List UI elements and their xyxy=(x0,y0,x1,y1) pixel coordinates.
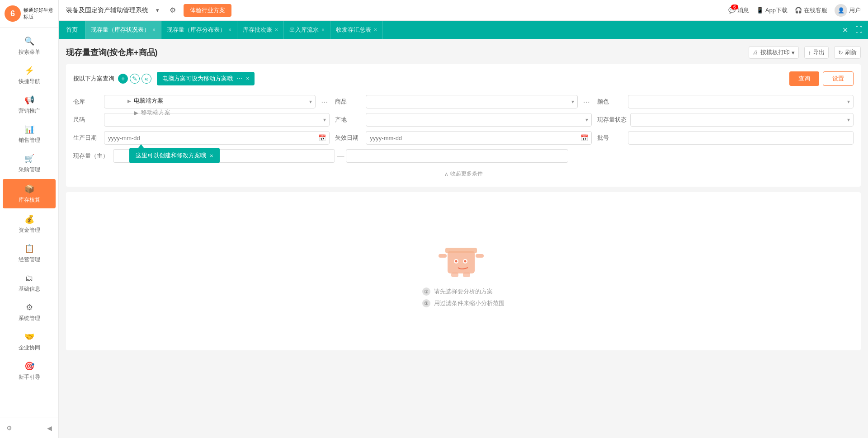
refresh-btn[interactable]: ↻ 刷新 xyxy=(834,46,861,59)
sidebar-item-purchase[interactable]: 🛒 采购管理 xyxy=(0,149,58,178)
size-label: 尺码 xyxy=(73,116,100,124)
sidebar-item-marketing[interactable]: 📢 营销推广 xyxy=(0,90,58,119)
goods-filter: 商品 ··· xyxy=(335,95,591,108)
purchase-icon: 🛒 xyxy=(24,153,35,164)
expiry-date-input[interactable] xyxy=(366,131,591,145)
origin-select[interactable] xyxy=(366,113,591,127)
tab-close-inventory-status[interactable]: × xyxy=(152,27,156,33)
user-menu-btn[interactable]: 👤 用户 xyxy=(835,4,861,17)
page-header: 现存量查询(按仓库+商品) 🖨 按模板打印 ▾ ↑ 导出 ↻ 刷新 xyxy=(66,46,861,59)
tab-close-inventory-dist[interactable]: × xyxy=(228,27,231,33)
sidebar-item-operations[interactable]: 📋 经营管理 xyxy=(0,239,58,268)
operations-icon: 📋 xyxy=(24,243,35,254)
sidebar-item-sales[interactable]: 📊 销售管理 xyxy=(0,119,58,149)
sidebar-menu: 🔍 搜索菜单 ⚡ 快捷导航 📢 营销推广 📊 销售管理 🛒 采购管理 📦 库存核… xyxy=(0,28,58,418)
tab-inventory-dist[interactable]: 现存量（库存分布表） × xyxy=(161,21,237,39)
expiry-date-calendar-icon[interactable]: 📅 xyxy=(580,134,588,141)
search-menu-icon: 🔍 xyxy=(24,36,35,47)
scheme-tooltip-dots[interactable]: ··· xyxy=(236,75,242,83)
system-icon: ⚙ xyxy=(24,302,35,313)
header-settings-btn[interactable]: ⚙ xyxy=(166,4,179,17)
goods-input[interactable] xyxy=(366,95,577,108)
top-header: 装备及固定资产辅助管理系统 ▾ ⚙ 体验行业方案 💬 6 消息 📱 App下载 … xyxy=(59,0,868,21)
export-btn[interactable]: ↑ 导出 xyxy=(804,46,829,59)
online-service-btn[interactable]: 🎧 在线客服 xyxy=(795,6,827,14)
system-dropdown-btn[interactable]: ▾ xyxy=(153,6,162,15)
message-btn[interactable]: 💬 6 消息 xyxy=(728,6,749,14)
create-scheme-close-btn[interactable]: × xyxy=(210,152,213,159)
origin-label: 产地 xyxy=(335,116,362,124)
finance-icon: 💰 xyxy=(24,214,35,225)
tab-close-receive-summary[interactable]: × xyxy=(374,27,377,33)
goods-dots[interactable]: ··· xyxy=(581,97,592,107)
sidebar: 6 畅通好好生意 标版 🔍 搜索菜单 ⚡ 快捷导航 📢 营销推广 📊 销售管理 … xyxy=(0,0,59,438)
app-download-btn[interactable]: 📱 App下载 xyxy=(756,6,788,14)
empty-hint-2: ② 用过滤条件来缩小分析范围 xyxy=(422,299,505,307)
color-select[interactable] xyxy=(628,95,854,108)
sidebar-item-basic-info[interactable]: 🗂 基础信息 xyxy=(0,268,58,297)
production-date-calendar-icon[interactable]: 📅 xyxy=(318,134,326,141)
tab-inventory-status[interactable]: 现存量（库存状况表） × xyxy=(85,21,161,39)
empty-state: ① 请先选择要分析的方案 ② 用过滤条件来缩小分析范围 xyxy=(422,208,505,334)
tab-home[interactable]: 首页 xyxy=(59,21,85,39)
tab-maximize-btn[interactable]: ⛶ xyxy=(854,24,864,36)
sidebar-collapse-btn[interactable]: ◀ xyxy=(45,423,54,433)
create-scheme-tooltip: 这里可以创建和修改方案哦 × xyxy=(129,148,220,163)
filter-back-btn[interactable]: « xyxy=(142,74,151,84)
tab-bar-actions: ✕ ⛶ xyxy=(840,24,868,36)
svg-rect-0 xyxy=(448,251,475,273)
sidebar-item-system[interactable]: ⚙ 系统管理 xyxy=(0,297,58,327)
tab-bar: 首页 现存量（库存状况表） × 现存量（库存分布表） × 库存批次账 × 出入库… xyxy=(59,21,868,39)
scheme-tooltip-close-btn[interactable]: × xyxy=(246,75,249,82)
color-filter: 颜色 xyxy=(597,95,854,108)
empty-text: ① 请先选择要分析的方案 ② 用过滤条件来缩小分析范围 xyxy=(422,287,505,307)
svg-point-5 xyxy=(464,260,467,263)
inventory-main-max-input[interactable] xyxy=(346,149,568,163)
collapse-bar[interactable]: ∧ 收起更多条件 xyxy=(73,166,854,179)
sidebar-item-search-menu[interactable]: 🔍 搜索菜单 xyxy=(0,31,58,61)
scheme-tree-desktop[interactable]: ▶ 电脑端方案 xyxy=(127,95,200,107)
svg-rect-8 xyxy=(451,273,458,277)
inventory-status-filter: 现存量状态 xyxy=(597,113,854,127)
filter-edit-btn[interactable]: ✎ xyxy=(130,74,140,84)
warehouse-filter: 仓库 ··· xyxy=(73,95,330,108)
tab-close-inout-flow[interactable]: × xyxy=(321,27,325,33)
search-btn[interactable]: 查询 xyxy=(789,71,819,86)
tab-close-batch-ledger[interactable]: × xyxy=(275,27,278,33)
batch-filter: 批号 xyxy=(597,131,854,145)
batch-input[interactable] xyxy=(628,131,854,145)
hint-2-num: ② xyxy=(422,299,430,307)
inventory-status-select[interactable] xyxy=(630,113,854,127)
template-print-btn[interactable]: 🖨 按模板打印 ▾ xyxy=(749,46,799,59)
sidebar-item-finance[interactable]: 💰 资金管理 xyxy=(0,209,58,239)
sidebar-item-tutorial[interactable]: 🎯 新手引导 xyxy=(0,356,58,386)
filter-panel: 按以下方案查询 + ✎ « 电脑方案可设为移动方案哦 ··· × ▶ 电脑端方案 xyxy=(66,64,861,187)
page-actions: 🖨 按模板打印 ▾ ↑ 导出 ↻ 刷新 xyxy=(749,46,861,59)
print-dropdown-icon: ▾ xyxy=(792,49,795,56)
filter-add-btn[interactable]: + xyxy=(118,74,128,84)
filter-label: 按以下方案查询 xyxy=(73,75,114,83)
industry-btn[interactable]: 体验行业方案 xyxy=(184,4,231,17)
sidebar-item-quick-nav[interactable]: ⚡ 快捷导航 xyxy=(0,61,58,90)
tab-close-all-btn[interactable]: ✕ xyxy=(840,24,850,36)
sidebar-item-inventory[interactable]: 📦 库存核算 xyxy=(3,179,56,208)
scheme-tree-mobile[interactable]: ▶ 移动端方案 xyxy=(134,107,200,118)
reset-btn[interactable]: 设置 xyxy=(823,71,854,86)
sidebar-settings-btn[interactable]: ⚙ xyxy=(5,423,14,433)
production-date-input[interactable] xyxy=(104,131,330,145)
production-date-wrapper: 📅 xyxy=(104,131,330,145)
expiry-date-filter: 失效日期 📅 xyxy=(335,131,591,145)
inventory-main-label: 现存量（主） xyxy=(73,152,109,160)
tab-receive-summary[interactable]: 收发存汇总表 × xyxy=(330,21,383,39)
scheme-tooltip: 电脑方案可设为移动方案哦 ··· × xyxy=(157,72,255,85)
hint-1-num: ① xyxy=(422,287,430,296)
message-badge: 6 xyxy=(731,5,738,9)
tab-batch-ledger[interactable]: 库存批次账 × xyxy=(237,21,284,39)
origin-select-wrapper xyxy=(366,113,591,127)
sidebar-item-enterprise[interactable]: 🤝 企业协同 xyxy=(0,327,58,356)
svg-point-4 xyxy=(455,260,458,263)
warehouse-dots[interactable]: ··· xyxy=(319,97,330,107)
header-right: 💬 6 消息 📱 App下载 🎧 在线客服 👤 用户 xyxy=(728,4,861,17)
header-left: 装备及固定资产辅助管理系统 ▾ ⚙ 体验行业方案 xyxy=(66,4,231,17)
tab-inout-flow[interactable]: 出入库流水 × xyxy=(284,21,330,39)
